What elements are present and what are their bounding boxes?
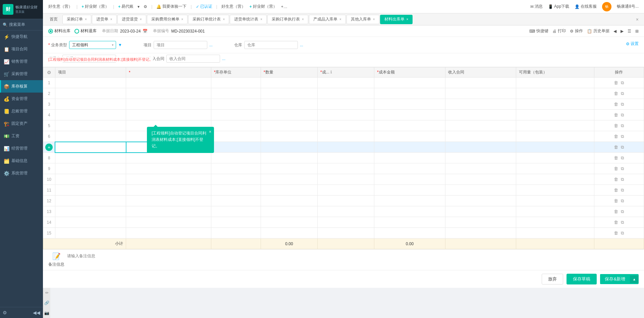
right-panel-edit-icon[interactable]: ✏: [45, 289, 49, 297]
row-6-qty[interactable]: [261, 131, 317, 142]
row-4-unit[interactable]: [211, 110, 261, 120]
row-13-material[interactable]: [126, 206, 211, 217]
list-view-btn[interactable]: ☰: [628, 29, 631, 34]
save-new-main-btn[interactable]: 保存&新增: [600, 274, 630, 284]
row-5-item[interactable]: [55, 120, 126, 131]
shortcut-key-btn[interactable]: ⌨ 快捷键: [529, 28, 548, 34]
tab-purchase-order-close-icon[interactable]: ×: [85, 17, 87, 21]
row-11-cost[interactable]: [318, 185, 374, 196]
calendar-icon[interactable]: 📅: [143, 29, 148, 34]
row-13-unit[interactable]: [211, 206, 261, 217]
next-btn[interactable]: ▶: [621, 29, 624, 34]
row-11-contract[interactable]: [445, 185, 516, 196]
row-3-delete-btn[interactable]: 🗑: [613, 101, 619, 107]
row-9-copy-btn[interactable]: ⧉: [620, 165, 625, 172]
row-6-contract[interactable]: [445, 131, 516, 142]
row-8-avail[interactable]: [516, 153, 594, 163]
row-13-delete-btn[interactable]: 🗑: [613, 208, 619, 215]
row-7-qty[interactable]: [261, 142, 317, 153]
row-5-unit[interactable]: [211, 120, 261, 131]
row-1-copy-btn[interactable]: ⧉: [620, 80, 625, 86]
row-10-material[interactable]: [126, 174, 211, 185]
row-5-cost[interactable]: [318, 120, 374, 131]
row-12-contract[interactable]: [445, 196, 516, 206]
row-13-item[interactable]: [55, 206, 126, 217]
right-panel-link-icon[interactable]: 🔗: [44, 299, 49, 307]
row-3-item[interactable]: [55, 99, 126, 110]
note-input[interactable]: [67, 252, 639, 260]
row-1-cost[interactable]: [318, 77, 374, 88]
discard-btn[interactable]: 放弃: [542, 274, 563, 284]
tooltip-close-btn[interactable]: ×: [209, 129, 211, 135]
tab-finished-goods[interactable]: 产成品入库单 ×: [309, 15, 346, 24]
row-9-qty[interactable]: [261, 163, 317, 174]
row-6-cost-amt[interactable]: [374, 131, 445, 142]
user-avatar[interactable]: 畅: [602, 2, 611, 11]
business-type-dropdown-icon[interactable]: ▼: [118, 43, 122, 47]
row-6-delete-btn[interactable]: 🗑: [613, 133, 619, 140]
row-12-material[interactable]: [126, 196, 211, 206]
row-12-qty[interactable]: [261, 196, 317, 206]
row-1-delete-btn[interactable]: 🗑: [613, 80, 619, 86]
row-14-copy-btn[interactable]: ⧉: [620, 219, 625, 226]
column-settings-icon[interactable]: ⚙: [47, 70, 51, 75]
row-13-contract[interactable]: [445, 206, 516, 217]
row-8-contract[interactable]: [445, 153, 516, 163]
sidebar-item-project[interactable]: 📋 项目合同: [0, 43, 43, 55]
row-9-avail[interactable]: [516, 163, 594, 174]
row-2-item[interactable]: [55, 88, 126, 99]
row-2-copy-btn[interactable]: ⧉: [620, 90, 625, 97]
radio-material-out[interactable]: 材料出库: [48, 28, 70, 34]
topbar-item-haoyecai[interactable]: + 好业财（营）: [82, 4, 109, 9]
row-15-contract[interactable]: [445, 228, 516, 238]
tab-purchase-exec-close-icon[interactable]: ×: [302, 17, 304, 21]
row-7-cost[interactable]: [318, 142, 374, 153]
row-8-unit[interactable]: [211, 153, 261, 163]
topbar-username[interactable]: 畅康通8号...: [617, 4, 639, 9]
row-8-cost[interactable]: [318, 153, 374, 163]
sidebar-item-finance[interactable]: 💰 资金管理: [0, 93, 43, 105]
row-1-item[interactable]: [55, 77, 126, 88]
prev-btn[interactable]: ◀: [613, 29, 616, 34]
tab-purchase-order-stats[interactable]: 采购订单统计表 ×: [188, 15, 229, 24]
row-12-unit[interactable]: [211, 196, 261, 206]
topbar-settings-btn[interactable]: ⚙: [144, 4, 147, 9]
row-1-qty[interactable]: [261, 77, 317, 88]
row-9-unit[interactable]: [211, 163, 261, 174]
row-3-contract[interactable]: [445, 99, 516, 110]
row-1-unit[interactable]: [211, 77, 261, 88]
project-ellipsis-icon[interactable]: ...: [209, 43, 213, 47]
row-6-copy-btn[interactable]: ⧉: [620, 133, 625, 140]
row-12-cost[interactable]: [318, 196, 374, 206]
row-11-material[interactable]: [126, 185, 211, 196]
history-btn[interactable]: 📋 历史单据: [587, 28, 609, 34]
tab-home[interactable]: 首页: [46, 15, 62, 24]
save-draft-btn[interactable]: 保存草稿: [567, 274, 597, 284]
warehouse-ellipsis-icon[interactable]: ...: [300, 43, 303, 47]
row-4-cost[interactable]: [318, 110, 374, 120]
row-8-material[interactable]: [126, 153, 211, 163]
sidebar-item-inventory[interactable]: 📦 库存核算: [0, 80, 43, 93]
tab-finished-goods-close-icon[interactable]: ×: [339, 17, 341, 21]
row-3-material[interactable]: [126, 99, 211, 110]
row-11-avail[interactable]: [516, 185, 594, 196]
row-5-delete-btn[interactable]: 🗑: [613, 122, 619, 129]
row-12-avail[interactable]: [516, 196, 594, 206]
row-13-avail[interactable]: [516, 206, 594, 217]
settings-btn[interactable]: ⚙ 设置: [626, 41, 639, 47]
tab-close-all-btn[interactable]: ×: [633, 17, 641, 22]
topbar-dropdown-btn[interactable]: ▾: [138, 4, 140, 9]
row-9-item[interactable]: [55, 163, 126, 174]
sidebar-item-salary[interactable]: 💵 工资: [0, 130, 43, 142]
row-4-qty[interactable]: [261, 110, 317, 120]
row-14-cost[interactable]: [318, 217, 374, 228]
row-4-delete-btn[interactable]: 🗑: [613, 112, 619, 118]
print-btn[interactable]: 🖨 打印: [552, 28, 566, 34]
row-7-contract[interactable]: [445, 142, 516, 153]
row-4-cost-amt[interactable]: [374, 110, 445, 120]
tab-purchase-expense-close-icon[interactable]: ×: [181, 17, 183, 21]
row-15-cost[interactable]: [318, 228, 374, 238]
row-15-qty[interactable]: [261, 228, 317, 238]
row-13-qty[interactable]: [261, 206, 317, 217]
row-2-cost-amt[interactable]: [374, 88, 445, 99]
